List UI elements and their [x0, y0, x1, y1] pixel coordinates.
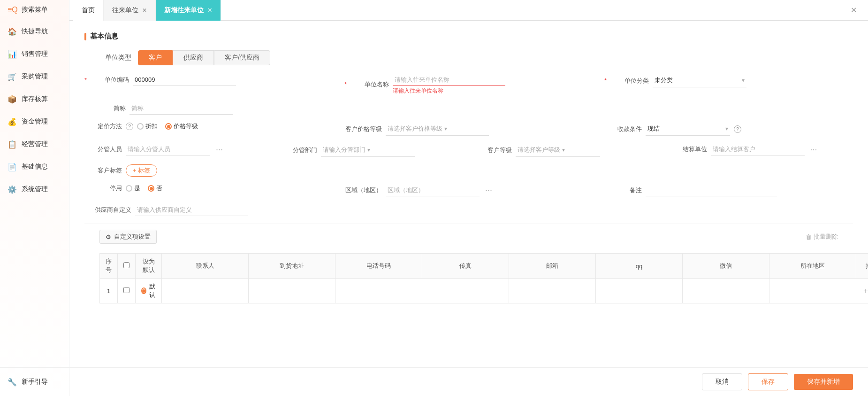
row-checkbox[interactable] [123, 287, 129, 293]
unit-type-btn-supplier[interactable]: 供应商 [173, 50, 214, 65]
wechat-input[interactable] [688, 285, 763, 297]
sidebar-search-label: 搜索菜单 [22, 6, 48, 14]
address-input[interactable] [254, 285, 329, 297]
sidebar-item-inventory[interactable]: 📦 库存核算 [0, 88, 69, 110]
tab-counterparty[interactable]: 往来单位 ✕ [104, 0, 156, 21]
clipboard-icon: 📋 [8, 140, 17, 149]
cell-fax [422, 279, 509, 303]
required-star-name: * [344, 81, 347, 88]
doc-icon: 📄 [8, 162, 17, 171]
cancel-button[interactable]: 取消 [702, 373, 742, 390]
department-select[interactable]: 请输入分管部门 ▾ [321, 143, 415, 157]
sidebar-item-label: 库存核算 [22, 95, 48, 103]
col-wechat: 微信 [683, 254, 769, 279]
settlement-more-btn[interactable]: ··· [808, 145, 819, 155]
footer-bar: 取消 保存 保存并新增 [69, 367, 868, 396]
disabled-label: 停用 [84, 184, 122, 193]
manager-input[interactable] [126, 143, 210, 155]
field-remark: 备注 [604, 184, 853, 196]
email-input[interactable] [515, 285, 590, 297]
cell-email [509, 279, 596, 303]
disabled-radio-no[interactable]: 否 [148, 184, 162, 193]
unit-type-btn-customer[interactable]: 客户 [138, 50, 173, 65]
col-qq: qq [596, 254, 683, 279]
pricing-radio-level[interactable]: 价格等级 [165, 122, 198, 131]
tab-new-counterparty[interactable]: 新增往来单位 ✕ [156, 0, 221, 21]
col-default: 设为默认 [136, 254, 162, 279]
close-all-tabs[interactable]: ✕ [843, 6, 864, 15]
phone-input[interactable] [341, 285, 416, 297]
pricing-help-icon[interactable]: ? [126, 123, 133, 130]
col-location: 所在地区 [769, 254, 856, 279]
radio-circle-default [141, 287, 146, 294]
sidebar-item-quick-nav[interactable]: 🏠 快捷导航 [0, 20, 69, 43]
tag-add-btn[interactable]: + 标签 [126, 164, 157, 177]
cell-phone [335, 279, 422, 303]
disabled-radio-yes[interactable]: 是 [126, 184, 140, 193]
category-select[interactable]: 未分类 ▾ [653, 74, 746, 87]
customer-level-label: 客户等级 [474, 146, 512, 155]
supplier-custom-input[interactable] [135, 204, 248, 216]
sidebar-item-sales[interactable]: 📊 销售管理 [0, 43, 69, 65]
sidebar-bottom: 🔧 新手引导 [0, 367, 69, 396]
name-input-row [393, 74, 593, 86]
sidebar-item-label: 资金管理 [22, 117, 48, 126]
qq-input[interactable] [602, 285, 677, 297]
save-button[interactable]: 保存 [748, 373, 788, 390]
payment-help-icon[interactable]: ? [734, 125, 741, 133]
category-value: 未分类 [655, 76, 740, 85]
remark-input[interactable] [646, 184, 777, 196]
customer-price-select[interactable]: 请选择客户价格等级 ▾ [386, 122, 489, 136]
sidebar-item-label: 采购管理 [22, 72, 48, 81]
sidebar-item-purchase[interactable]: 🛒 采购管理 [0, 65, 69, 88]
field-code: * 单位编码 [84, 74, 333, 86]
sidebar-search-item[interactable]: ≡Q 搜索菜单 [0, 0, 69, 20]
chevron-down-icon: ▾ [562, 147, 565, 153]
sidebar-item-finance[interactable]: 💰 资金管理 [0, 110, 69, 133]
tag-label: 客户标签 [84, 166, 122, 175]
code-input[interactable] [133, 74, 236, 86]
custom-settings-btn[interactable]: ⚙ 自定义项设置 [99, 230, 157, 244]
manager-more-btn[interactable]: ··· [214, 145, 225, 155]
contact-input[interactable] [168, 285, 243, 297]
save-add-button[interactable]: 保存并新增 [794, 374, 853, 390]
cell-address [249, 279, 335, 303]
section-title-bar [84, 33, 86, 40]
pricing-radio-discount[interactable]: 折扣 [137, 122, 158, 131]
contacts-table: 序号 设为默认 联系人 到货地址 电话号码 传真 邮箱 qq 微信 所在地区 操… [99, 253, 868, 303]
sidebar-item-operations[interactable]: 📋 经营管理 [0, 133, 69, 155]
select-all-checkbox[interactable] [123, 262, 129, 268]
fax-input[interactable] [428, 285, 503, 297]
code-label: 单位编码 [91, 76, 129, 84]
unit-type-btn-both[interactable]: 客户/供应商 [214, 50, 270, 65]
sidebar: ≡Q 搜索菜单 🏠 快捷导航 📊 销售管理 🛒 采购管理 📦 库存核算 💰 资金… [0, 0, 69, 396]
tab-home[interactable]: 首页 [73, 0, 104, 21]
sidebar-item-basic-info[interactable]: 📄 基础信息 [0, 155, 69, 178]
payment-select[interactable]: 现结 ▾ [646, 122, 730, 136]
sidebar-item-label: 经营管理 [22, 140, 48, 148]
form-row-disabled-region: 停用 是 否 区域（地区） ··· 备注 [84, 184, 853, 196]
settlement-input[interactable] [711, 143, 805, 155]
radio-circle-no [148, 185, 154, 192]
name-input[interactable] [393, 74, 505, 86]
name-label: 单位名称 [351, 80, 389, 89]
unit-type-row: 单位类型 客户 供应商 客户/供应商 [84, 50, 853, 65]
region-more-btn[interactable]: ··· [483, 186, 494, 195]
region-input[interactable] [386, 184, 480, 196]
tabs-bar: 首页 往来单位 ✕ 新增往来单位 ✕ ✕ [69, 0, 868, 21]
sidebar-item-system[interactable]: ⚙️ 系统管理 [0, 178, 69, 201]
field-abbr: 简称 [84, 102, 272, 115]
sidebar-item-guide[interactable]: 🔧 新手引导 [0, 373, 69, 391]
default-radio[interactable]: 默认 [141, 282, 156, 299]
tab-close-icon-active[interactable]: ✕ [207, 7, 212, 14]
batch-delete-btn[interactable]: 🗑 批量删除 [806, 233, 838, 241]
field-region: 区域（地区） ··· [344, 184, 593, 196]
abbr-input[interactable] [129, 102, 233, 115]
form-row-code-name-cat: * 单位编码 * 单位名称 请输入往来单位名称 * 单位分类 未分类 [84, 74, 853, 95]
row-add-btn[interactable]: ＋ [862, 287, 868, 295]
customer-level-select[interactable]: 请选择客户等级 ▾ [516, 143, 600, 157]
location-input[interactable] [775, 285, 850, 297]
chart-icon: 📊 [8, 49, 17, 59]
tab-close-icon[interactable]: ✕ [142, 7, 147, 14]
radio-circle-level [165, 123, 172, 130]
